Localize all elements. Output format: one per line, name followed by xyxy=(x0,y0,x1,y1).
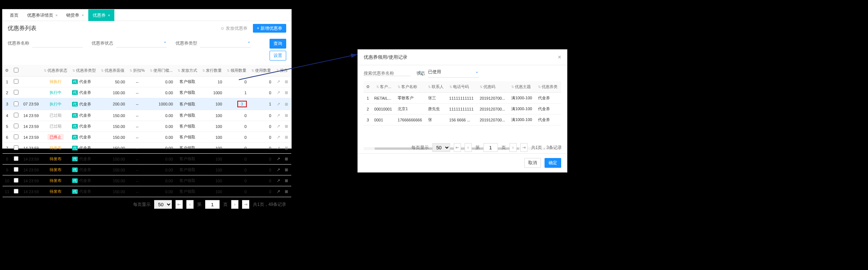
column-header[interactable] xyxy=(3,65,12,76)
share-icon[interactable]: ↗ xyxy=(276,157,281,162)
sort-icon[interactable]: ⇅ xyxy=(202,69,205,72)
settings-button[interactable]: 设置 xyxy=(270,51,286,61)
next-page-button[interactable]: › xyxy=(231,200,238,209)
table-row[interactable]: 8 14 23:59 待发布 代代金券 150.00 -- 0.00 客户领取 … xyxy=(3,154,291,165)
take-count-highlighted[interactable]: 3 xyxy=(237,101,247,107)
share-icon[interactable]: ↗ xyxy=(276,113,281,118)
gear-icon[interactable] xyxy=(366,84,370,89)
column-header[interactable]: ⇅客户名称 xyxy=(395,81,426,93)
row-checkbox[interactable] xyxy=(14,167,18,172)
sort-icon[interactable]: ⇅ xyxy=(398,85,401,89)
table-row[interactable]: 3 0001 17666666666 张 156 6666 ... 201912… xyxy=(364,115,561,125)
sort-icon[interactable]: ⇅ xyxy=(130,69,132,72)
share-icon[interactable]: ↗ xyxy=(276,101,281,107)
table-row[interactable]: 5 14 23:59 已过期 代代金券 150.00 -- 0.00 客户领取 … xyxy=(3,121,291,132)
qr-icon[interactable]: ⊞ xyxy=(284,113,289,118)
modal-prev-page-button[interactable]: ‹ xyxy=(465,143,472,152)
search-input[interactable] xyxy=(364,71,418,76)
sort-icon[interactable]: ⇅ xyxy=(376,85,379,89)
row-checkbox[interactable] xyxy=(14,156,18,161)
share-icon[interactable]: ↗ xyxy=(276,178,281,183)
modal-first-page-button[interactable]: ⇤ xyxy=(454,143,461,152)
table-row[interactable]: 2 执行中 代代金券 100.00 -- 0.00 客户领取 1000 1 0 … xyxy=(3,87,291,98)
column-header[interactable]: ⇅优惠券类 xyxy=(536,81,561,93)
modal-last-page-button[interactable]: ⇥ xyxy=(520,143,528,152)
sort-icon[interactable]: ⇅ xyxy=(150,69,153,72)
column-header[interactable]: ⇅使用门槛... xyxy=(147,65,175,76)
qr-icon[interactable]: ⊞ xyxy=(284,124,289,129)
distribute-coupon-button[interactable]: ☺ 发放优惠券 xyxy=(216,24,252,33)
modal-page-input[interactable] xyxy=(483,143,498,152)
table-row[interactable]: 9 14 23:59 待发布 代代金券 150.00 -- 0.00 客户领取 … xyxy=(3,165,291,175)
qr-icon[interactable]: ⊞ xyxy=(284,101,289,107)
share-icon[interactable]: ↗ xyxy=(276,124,281,129)
filter-name-input[interactable] xyxy=(32,39,83,47)
column-header[interactable]: ⇅电话号码 xyxy=(447,81,478,93)
sort-icon[interactable]: ⇅ xyxy=(101,69,104,72)
qr-icon[interactable]: ⊞ xyxy=(284,146,289,151)
share-icon[interactable]: ↗ xyxy=(276,135,281,140)
column-header[interactable]: ⇅优惠码 xyxy=(478,81,509,93)
share-icon[interactable]: ↗ xyxy=(276,146,281,151)
qr-icon[interactable]: ⊞ xyxy=(284,79,289,84)
row-checkbox[interactable] xyxy=(14,90,18,95)
qr-icon[interactable]: ⊞ xyxy=(284,90,289,95)
per-page-select[interactable]: 50 xyxy=(154,200,172,209)
row-checkbox[interactable] xyxy=(14,113,18,117)
sort-icon[interactable]: ⇅ xyxy=(480,85,483,89)
row-checkbox[interactable] xyxy=(14,145,18,150)
column-header[interactable]: ⇅联系人 xyxy=(426,81,447,93)
sort-icon[interactable]: ⇅ xyxy=(538,85,541,89)
column-header[interactable] xyxy=(21,65,41,76)
modal-next-page-button[interactable]: › xyxy=(509,143,517,152)
table-row[interactable]: 1 待执行 代代金券 50.00 -- 0.00 客户领取 10 0 0 ↗⊞ xyxy=(3,76,291,87)
qr-icon[interactable]: ⊞ xyxy=(284,157,289,162)
filter-status-select[interactable]: ⌄ xyxy=(116,39,167,47)
column-header[interactable]: ⇅发放方式 xyxy=(175,65,200,76)
add-coupon-button[interactable]: + 新增优惠券 xyxy=(253,24,286,33)
cancel-button[interactable]: 取消 xyxy=(524,158,541,168)
qr-icon[interactable]: ⊞ xyxy=(284,135,289,140)
sort-icon[interactable]: ⇅ xyxy=(251,69,254,72)
column-header[interactable] xyxy=(12,65,21,76)
share-icon[interactable]: ↗ xyxy=(276,90,281,95)
share-icon[interactable]: ↗ xyxy=(276,167,281,173)
share-icon[interactable]: ↗ xyxy=(276,79,281,84)
ok-button[interactable]: 确定 xyxy=(545,158,561,168)
row-checkbox[interactable] xyxy=(14,134,18,139)
sort-icon[interactable]: ⇅ xyxy=(72,69,75,72)
query-button[interactable]: 查询 xyxy=(270,39,286,49)
sort-icon[interactable]: ⇅ xyxy=(511,85,514,89)
tab-coupon[interactable]: 优惠券× xyxy=(88,9,114,21)
column-header[interactable] xyxy=(364,81,372,93)
column-header[interactable]: ⇅优惠券类型 xyxy=(70,65,98,76)
table-row[interactable]: 1 RETAIL... 零散客户 张三 11111111111 20191207… xyxy=(364,93,561,104)
column-header[interactable]: ⇅折扣% xyxy=(127,65,147,76)
row-checkbox[interactable] xyxy=(14,178,18,183)
close-icon[interactable]: × xyxy=(55,9,58,21)
qr-icon[interactable]: ⊞ xyxy=(284,167,289,173)
table-row[interactable]: 2 00010001 北京1 唐先生 11111111111 201912070… xyxy=(364,104,561,115)
sort-icon[interactable]: ⇅ xyxy=(449,85,452,89)
row-checkbox[interactable] xyxy=(14,79,18,84)
close-icon[interactable]: × xyxy=(81,9,84,21)
prev-page-button[interactable]: ‹ xyxy=(186,200,194,209)
column-header[interactable]: ⇅优惠券状态 xyxy=(41,65,70,76)
table-row[interactable]: 6 14 23:59 已终止 代代金券 150.00 -- 0.00 客户领取 … xyxy=(3,132,291,143)
filter-type-select[interactable]: ⌄ xyxy=(200,39,251,47)
sort-icon[interactable]: ⇅ xyxy=(44,69,47,72)
table-row[interactable]: 3 07 23:59 执行中 代代金券 200.00 -- 1000.00 客户… xyxy=(3,98,291,110)
close-icon[interactable]: × xyxy=(558,54,561,61)
column-header[interactable]: ⇅使用数量 xyxy=(249,65,274,76)
sort-icon[interactable]: ⇅ xyxy=(178,69,181,72)
row-checkbox[interactable] xyxy=(14,101,18,106)
column-header[interactable]: ⇅发行数量 xyxy=(200,65,224,76)
first-page-button[interactable]: ⇤ xyxy=(175,200,183,209)
column-header[interactable]: ⇅领用数量 xyxy=(224,65,249,76)
column-header[interactable]: ⇅优惠券面值 xyxy=(98,65,127,76)
gear-icon[interactable] xyxy=(5,68,9,72)
sort-icon[interactable]: ⇅ xyxy=(276,69,279,72)
last-page-button[interactable]: ⇥ xyxy=(242,200,249,209)
qr-icon[interactable]: ⊞ xyxy=(284,178,289,183)
column-header[interactable]: ⇅客户... xyxy=(372,81,395,93)
